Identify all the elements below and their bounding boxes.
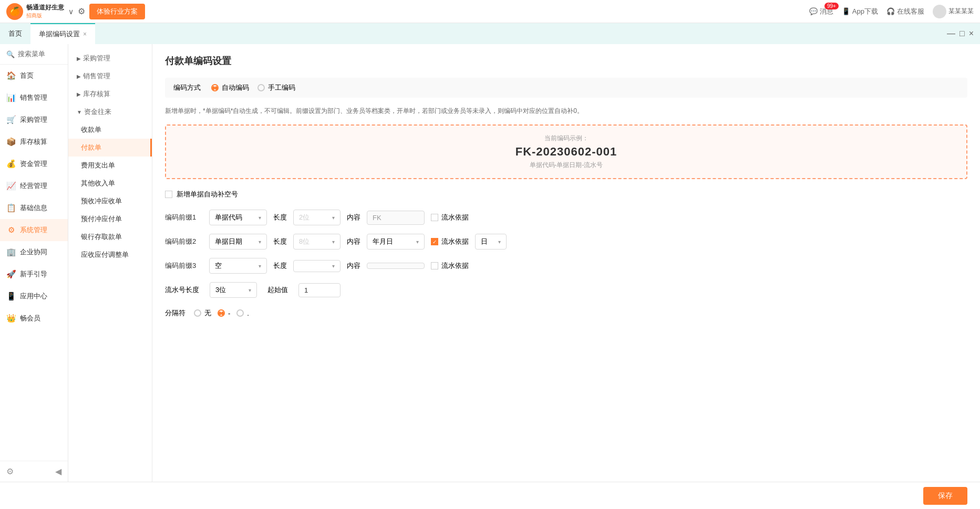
sub-menu-header-stock[interactable]: ▶ 库存核算 bbox=[68, 85, 152, 103]
sub-menu-header-purchase[interactable]: ▶ 采购管理 bbox=[68, 49, 152, 67]
prefix2-length-chevron: ▾ bbox=[332, 239, 335, 245]
sub-menu-header-capital[interactable]: ▼ 资金往来 bbox=[68, 103, 152, 121]
prefix2-content-select[interactable]: 年月日 ▾ bbox=[367, 234, 425, 250]
sidebar-item-system[interactable]: ⚙ 系统管理 bbox=[0, 219, 68, 241]
prefix1-stream-checkbox[interactable]: 流水依据 bbox=[431, 213, 469, 222]
prefix3-content-label: 内容 bbox=[347, 261, 360, 271]
sep-dot-radio[interactable]: . bbox=[236, 309, 249, 317]
manual-encode-radio[interactable]: 手工编码 bbox=[257, 83, 295, 92]
sidebar-item-member[interactable]: 👑 畅会员 bbox=[0, 307, 68, 329]
serial-length-label: 流水号长度 bbox=[165, 285, 199, 295]
prefix2-select[interactable]: 单据日期 ▾ bbox=[209, 234, 267, 250]
sidebar-item-sales[interactable]: 📊 销售管理 bbox=[0, 87, 68, 109]
sidebar-item-enterprise[interactable]: 🏢 企业协同 bbox=[0, 241, 68, 263]
prefix3-content-input bbox=[367, 263, 425, 269]
nav-dropdown-arrow[interactable]: ∨ bbox=[68, 7, 74, 16]
sub-menu-item-adjust[interactable]: 应收应付调整单 bbox=[68, 246, 152, 264]
prefix1-length-select[interactable]: 2位 ▾ bbox=[293, 210, 341, 225]
home-icon: 🏠 bbox=[6, 71, 16, 80]
code-preview: 当前编码示例： FK-20230602-001 单据代码-单据日期-流水号 bbox=[165, 124, 967, 179]
auto-encode-radio[interactable]: 自动编码 bbox=[211, 83, 249, 92]
sub-menu-group-stock: ▶ 库存核算 bbox=[68, 85, 152, 103]
user-avatar[interactable]: 某某某某 bbox=[933, 5, 974, 18]
tab-close-icon[interactable]: × bbox=[83, 30, 87, 38]
chevron-down-icon: ▼ bbox=[77, 109, 82, 115]
code-preview-sub: 单据代码-单据日期-流水号 bbox=[179, 161, 954, 170]
auto-fill-checkbox[interactable] bbox=[165, 191, 172, 198]
sep-dash-dot bbox=[218, 309, 225, 317]
prefix3-length-chevron: ▾ bbox=[332, 263, 335, 269]
tab-home[interactable]: 首页 bbox=[0, 23, 30, 44]
sidebar-item-stock[interactable]: 📦 库存核算 bbox=[0, 131, 68, 153]
serial-length-select[interactable]: 3位 ▾ bbox=[210, 282, 257, 298]
sep-dash-radio[interactable]: - bbox=[218, 309, 230, 317]
prefix3-stream-checkbox[interactable]: 流水依据 bbox=[431, 261, 469, 271]
sidebar-item-apps[interactable]: 📱 应用中心 bbox=[0, 285, 68, 307]
save-button[interactable]: 保存 bbox=[923, 487, 967, 505]
prefix1-length-label: 长度 bbox=[273, 213, 287, 222]
sub-menu-item-prepay-pay[interactable]: 预付冲应付单 bbox=[68, 210, 152, 228]
serial-start-input[interactable]: 1 bbox=[298, 283, 341, 297]
code-preview-value: FK-20230602-001 bbox=[179, 145, 954, 159]
settings-icon[interactable]: ⚙ bbox=[78, 6, 85, 16]
sidebar-item-finance[interactable]: 💰 资金管理 bbox=[0, 153, 68, 175]
prefix3-stream-cb[interactable] bbox=[431, 262, 438, 269]
member-icon: 👑 bbox=[6, 314, 16, 323]
serial-row: 流水号长度 3位 ▾ 起始值 1 bbox=[165, 282, 967, 298]
prefix3-select[interactable]: 空 ▾ bbox=[209, 258, 267, 274]
sub-menu-header-sales[interactable]: ▶ 销售管理 bbox=[68, 67, 152, 85]
trial-button[interactable]: 体验行业方案 bbox=[89, 4, 145, 19]
prefix1-stream-cb[interactable] bbox=[431, 214, 438, 221]
sub-menu-item-payment[interactable]: 付款单 bbox=[68, 139, 152, 157]
serial-length-chevron: ▾ bbox=[249, 287, 251, 293]
prefix2-content-chevron: ▾ bbox=[416, 239, 419, 245]
sidebar-item-operation[interactable]: 📈 经营管理 bbox=[0, 175, 68, 197]
prefix1-select[interactable]: 单据代码 ▾ bbox=[209, 210, 267, 225]
main-layout: 🔍 搜索菜单 🏠 首页 📊 销售管理 🛒 采购管理 📦 库存核算 💰 bbox=[0, 44, 980, 482]
prefix1-label: 编码前缀1 bbox=[165, 213, 203, 222]
prefix1-chevron: ▾ bbox=[259, 215, 261, 221]
prefix3-length-select[interactable]: ▾ bbox=[293, 260, 341, 272]
message-badge[interactable]: 💬 消息 99+ bbox=[809, 7, 833, 16]
sub-menu-item-prepay-recv[interactable]: 预收冲应收单 bbox=[68, 192, 152, 210]
operation-icon: 📈 bbox=[6, 181, 16, 191]
tab-encode-setting[interactable]: 单据编码设置 × bbox=[30, 23, 95, 44]
finance-icon: 💰 bbox=[6, 159, 16, 169]
prefix2-length-select[interactable]: 8位 ▾ bbox=[293, 234, 341, 250]
sidebar-item-purchase[interactable]: 🛒 采购管理 bbox=[0, 109, 68, 131]
window-minimize-icon[interactable]: — bbox=[947, 29, 955, 38]
sub-menu-item-income[interactable]: 其他收入单 bbox=[68, 174, 152, 192]
online-service-link[interactable]: 🎧 在线客服 bbox=[886, 7, 924, 16]
guide-icon: 🚀 bbox=[6, 269, 16, 279]
app-download-link[interactable]: 📱 App下载 bbox=[842, 7, 878, 16]
sidebar-item-home[interactable]: 🏠 首页 bbox=[0, 65, 68, 87]
sidebar-bottom: ⚙ ◀ bbox=[0, 461, 68, 482]
sidebar-nav: 🏠 首页 📊 销售管理 🛒 采购管理 📦 库存核算 💰 资金管理 📈 经 bbox=[0, 65, 68, 461]
window-close-icon[interactable]: × bbox=[969, 29, 974, 38]
sidebar-settings-icon[interactable]: ⚙ bbox=[6, 466, 14, 476]
prefix2-stream-unit-select[interactable]: 日 ▾ bbox=[475, 234, 507, 250]
sidebar-item-guide[interactable]: 🚀 新手引导 bbox=[0, 263, 68, 285]
window-maximize-icon[interactable]: □ bbox=[960, 29, 965, 38]
message-count-badge: 99+ bbox=[824, 3, 839, 9]
search-menu[interactable]: 🔍 搜索菜单 bbox=[0, 44, 68, 65]
tab-bar: 首页 单据编码设置 × — □ × bbox=[0, 23, 980, 44]
sub-menu-item-receipt[interactable]: 收款单 bbox=[68, 121, 152, 139]
hint-text: 新增单据时，*单据编码*自动生成，不可编辑。前缀设置为部门、业务员等档案类，开单… bbox=[165, 106, 967, 116]
sales-icon: 📊 bbox=[6, 93, 16, 102]
prefix2-stream-checkbox[interactable]: ✓ 流水依据 bbox=[431, 237, 469, 246]
apps-icon: 📱 bbox=[6, 292, 16, 301]
sidebar-item-basic[interactable]: 📋 基础信息 bbox=[0, 197, 68, 219]
sub-menu-item-expense[interactable]: 费用支出单 bbox=[68, 157, 152, 174]
enterprise-icon: 🏢 bbox=[6, 247, 16, 257]
sub-menu-group-capital: ▼ 资金往来 收款单 付款单 费用支出单 其他收入单 预收冲应收单 预付冲应付单… bbox=[68, 103, 152, 264]
top-bar: 🍊 畅通道好生意 招商版 ∨ ⚙ 体验行业方案 💬 消息 99+ 📱 App下载… bbox=[0, 0, 980, 23]
sub-menu-item-bank[interactable]: 银行存取款单 bbox=[68, 228, 152, 246]
prefix2-stream-cb[interactable]: ✓ bbox=[431, 238, 438, 245]
page-title: 付款单编码设置 bbox=[165, 55, 967, 67]
download-icon: 📱 bbox=[842, 7, 850, 15]
separator-radios: 无 - . bbox=[194, 308, 249, 318]
sidebar-collapse-icon[interactable]: ◀ bbox=[55, 466, 61, 476]
sep-none-radio[interactable]: 无 bbox=[194, 308, 211, 318]
prefix3-label: 编码前缀3 bbox=[165, 261, 203, 271]
